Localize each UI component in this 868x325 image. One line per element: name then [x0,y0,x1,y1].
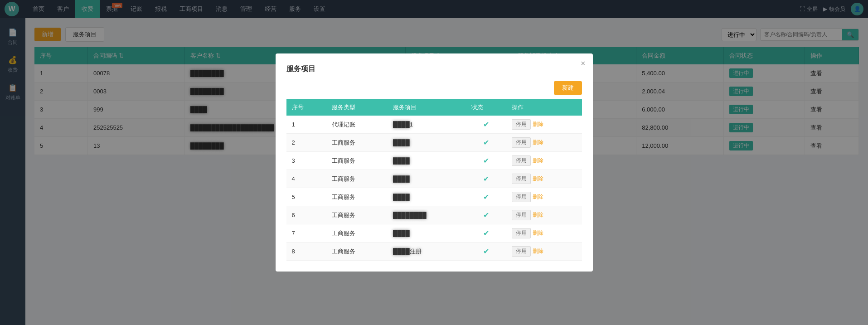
modal-type: 工商服务 [326,206,388,224]
delete-button[interactable]: 删除 [533,247,543,255]
stop-button[interactable]: 停用 [512,174,531,184]
delete-button[interactable]: 删除 [533,229,543,237]
modal-status: ✔ [466,188,506,206]
modal-type: 工商服务 [326,170,388,188]
modal-seq: 3 [286,152,327,170]
modal-ops: 停用删除 [506,188,582,206]
modal-col-header: 状态 [466,99,506,116]
status-check-icon: ✔ [483,193,489,201]
modal-table-row: 4工商服务████✔停用删除 [286,170,582,188]
modal-col-header: 服务类型 [326,99,388,116]
modal-col-header: 序号 [286,99,327,116]
modal-project: ████ [388,224,466,243]
modal-status: ✔ [466,243,506,261]
modal-type: 代理记账 [326,116,388,134]
modal-status: ✔ [466,170,506,188]
modal-table-row: 7工商服务████✔停用删除 [286,224,582,243]
service-modal: × 服务项目 新建 序号服务类型服务项目状态操作1代理记账████1✔停用删除2… [276,53,593,272]
modal-col-header: 服务项目 [388,99,466,116]
delete-button[interactable]: 删除 [533,193,543,201]
modal-status: ✔ [466,116,506,134]
modal-table-row: 5工商服务████✔停用删除 [286,188,582,206]
modal-seq: 6 [286,206,327,224]
modal-project: ████ [388,152,466,170]
stop-button[interactable]: 停用 [512,137,531,148]
status-check-icon: ✔ [483,121,489,128]
status-check-icon: ✔ [483,157,489,165]
modal-ops: 停用删除 [506,224,582,243]
modal-table: 序号服务类型服务项目状态操作1代理记账████1✔停用删除2工商服务████✔停… [286,99,582,261]
modal-table-row: 2工商服务████✔停用删除 [286,134,582,152]
delete-button[interactable]: 删除 [533,139,543,146]
stop-button[interactable]: 停用 [512,192,531,202]
modal-type: 工商服务 [326,188,388,206]
modal-status: ✔ [466,224,506,243]
modal-status: ✔ [466,152,506,170]
stop-button[interactable]: 停用 [512,246,531,257]
modal-seq: 8 [286,243,327,261]
modal-status: ✔ [466,134,506,152]
modal-seq: 7 [286,224,327,243]
stop-button[interactable]: 停用 [512,155,531,166]
stop-button[interactable]: 停用 [512,119,531,130]
modal-ops: 停用删除 [506,170,582,188]
modal-seq: 5 [286,188,327,206]
modal-seq: 4 [286,170,327,188]
modal-project: ████ [388,134,466,152]
modal-table-wrap: 序号服务类型服务项目状态操作1代理记账████1✔停用删除2工商服务████✔停… [286,99,582,261]
modal-toolbar: 新建 [286,81,582,95]
modal-ops: 停用删除 [506,206,582,224]
modal-overlay[interactable]: × 服务项目 新建 序号服务类型服务项目状态操作1代理记账████1✔停用删除2… [0,0,868,325]
modal-project: ████ [388,170,466,188]
modal-table-row: 6工商服务████████✔停用删除 [286,206,582,224]
modal-project: ████████ [388,206,466,224]
modal-ops: 停用删除 [506,116,582,134]
modal-col-header: 操作 [506,99,582,116]
modal-close-button[interactable]: × [581,59,586,68]
delete-button[interactable]: 删除 [533,121,543,128]
stop-button[interactable]: 停用 [512,210,531,220]
modal-ops: 停用删除 [506,243,582,261]
status-check-icon: ✔ [483,211,489,219]
modal-new-button[interactable]: 新建 [554,81,582,95]
status-check-icon: ✔ [483,139,489,146]
modal-title: 服务项目 [286,64,582,74]
modal-ops: 停用删除 [506,134,582,152]
modal-seq: 2 [286,134,327,152]
modal-type: 工商服务 [326,134,388,152]
status-check-icon: ✔ [483,229,489,237]
modal-type: 工商服务 [326,224,388,243]
delete-button[interactable]: 删除 [533,211,543,219]
delete-button[interactable]: 删除 [533,157,543,165]
modal-ops: 停用删除 [506,152,582,170]
modal-project: ████注册 [388,243,466,261]
modal-project: ████ [388,188,466,206]
delete-button[interactable]: 删除 [533,175,543,183]
modal-table-row: 8工商服务████注册✔停用删除 [286,243,582,261]
modal-table-row: 3工商服务████✔停用删除 [286,152,582,170]
modal-status: ✔ [466,206,506,224]
modal-type: 工商服务 [326,243,388,261]
modal-seq: 1 [286,116,327,134]
stop-button[interactable]: 停用 [512,228,531,238]
modal-type: 工商服务 [326,152,388,170]
status-check-icon: ✔ [483,175,489,183]
modal-table-row: 1代理记账████1✔停用删除 [286,116,582,134]
modal-project: ████1 [388,116,466,134]
status-check-icon: ✔ [483,247,489,255]
